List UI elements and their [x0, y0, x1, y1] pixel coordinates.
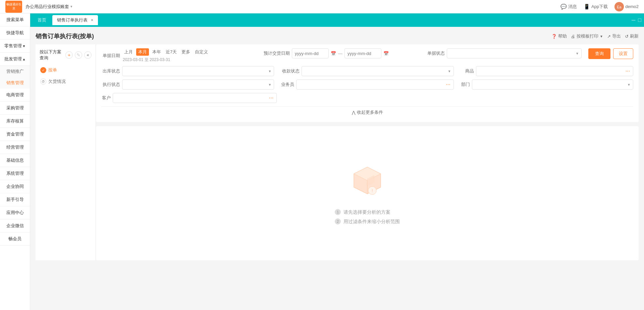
dept-select[interactable] [472, 80, 633, 90]
empty-illustration: ! [347, 160, 387, 201]
print-label: 按模板打印 [577, 33, 598, 39]
dept-label: 部门 [461, 82, 470, 88]
collapse-more-label: 收起更多条件 [357, 109, 383, 115]
exec-status-label: 执行状态 [101, 82, 120, 88]
tab-home[interactable]: 首页 [33, 15, 51, 25]
page-title: 销售订单执行表(按单) [36, 32, 94, 40]
sidebar-item-app-center[interactable]: 应用中心 [0, 206, 30, 219]
help-label: 帮助 [558, 33, 567, 39]
print-arrow-icon: ▼ [600, 35, 603, 38]
logo: 畅捷通好生意 [5, 1, 22, 13]
sidebar-item-newbie[interactable]: 新手引导 [0, 193, 30, 206]
tip-num-2: 2 [335, 218, 341, 224]
more-conditions-bar: ⋀ 收起更多条件 [101, 106, 633, 118]
date-separator: — [338, 51, 342, 56]
salesperson-dots-icon[interactable]: ··· [444, 82, 451, 88]
scheme-item-by-order[interactable]: ✓ 按单 [36, 64, 96, 76]
refresh-btn[interactable]: ↺ 刷新 [625, 33, 639, 39]
topbar-left: 畅捷通好生意 办公用品行业模拟账套 ▾ [5, 1, 72, 13]
tab-bar-right: ─ □ [632, 17, 641, 23]
tip-text-1: 请先选择要分析的方案 [343, 207, 390, 217]
scheme-item-shortage[interactable]: ⏱ 欠货情况 [36, 76, 96, 87]
exec-status-select-wrapper: ▼ [122, 80, 274, 90]
receipt-status-select-wrapper: ▼ [302, 66, 453, 76]
sidebar-item-inventory[interactable]: 库存核算 [0, 115, 30, 128]
app-download-label: App下载 [591, 4, 608, 10]
calendar-to-icon[interactable]: 📅 [383, 51, 389, 56]
app-download-btn[interactable]: 📱 App下载 [584, 4, 608, 10]
sidebar-item-retail[interactable]: 零售管理 ▼ [0, 40, 30, 53]
sidebar-item-member[interactable]: 畅会员 [0, 232, 30, 246]
export-icon: ↗ [607, 34, 611, 39]
edit-scheme-btn[interactable]: ✎ [75, 51, 82, 59]
sidebar-item-wholesale[interactable]: 批发管理 ▲ [0, 53, 30, 66]
tab-maximize-btn[interactable]: □ [638, 17, 641, 23]
date-custom-btn[interactable]: 自定义 [194, 48, 209, 56]
print-icon: 🖨 [571, 34, 575, 39]
sidebar-item-ecommerce[interactable]: 电商管理 [0, 89, 30, 102]
collapse-more-btn[interactable]: ⋀ 收起更多条件 [352, 109, 383, 115]
user-name: demo2 [625, 4, 639, 9]
sidebar-item-sales-mgmt[interactable]: 销售管理 [0, 77, 30, 89]
print-btn[interactable]: 🖨 按模板打印 ▼ [571, 33, 603, 39]
sidebar-item-search-menu[interactable]: 搜索菜单 [0, 13, 30, 27]
date-more-btn[interactable]: 更多 [180, 48, 192, 56]
tab-sales-exec[interactable]: 销售订单执行表 × [52, 15, 98, 25]
sidebar-item-operations[interactable]: 经营管理 [0, 141, 30, 154]
user-menu[interactable]: Ea demo2 [614, 2, 639, 11]
sidebar-item-basic-info[interactable]: 基础信息 [0, 154, 30, 167]
customer-input[interactable] [113, 93, 277, 103]
refresh-label: 刷新 [630, 33, 639, 39]
export-label: 导出 [612, 33, 621, 39]
tab-close-icon[interactable]: × [91, 18, 93, 22]
retail-arrow-icon: ▼ [22, 44, 26, 48]
salesperson-input[interactable] [296, 80, 453, 90]
scheme-item2-label: 欠货情况 [48, 79, 66, 85]
message-btn[interactable]: 💬 消息 [560, 4, 577, 10]
tab-sales-exec-label: 销售订单执行表 [57, 17, 88, 23]
delivery-status-select[interactable] [122, 66, 274, 76]
receipt-status-label: 收款状态 [281, 68, 300, 74]
sidebar-item-marketing[interactable]: 营销推广 [0, 66, 30, 77]
collapse-icon: ⋀ [352, 110, 356, 115]
sidebar-item-purchase[interactable]: 采购管理 [0, 102, 30, 115]
sidebar-item-finance[interactable]: 资金管理 [0, 128, 30, 141]
content-wrapper: 按以下方案查询 + ✎ « ✓ 按单 ⏱ 欠货情况 [36, 44, 639, 260]
avatar: Ea [614, 2, 624, 11]
sidebar-item-enterprise-wechat[interactable]: 企业微信 [0, 219, 30, 232]
tip-item-2: 2 用过滤条件来缩小分析范围 [335, 217, 400, 226]
search-button[interactable]: 查询 [588, 48, 610, 59]
date-this-month-btn[interactable]: 本月 [136, 48, 149, 56]
sidebar-item-system[interactable]: 系统管理 [0, 167, 30, 180]
date-last-month-btn[interactable]: 上月 [123, 48, 134, 56]
date-this-year-btn[interactable]: 本年 [151, 48, 162, 56]
collapse-panel-btn[interactable]: « [84, 51, 92, 59]
sidebar-item-quick-nav[interactable]: 快捷导航 [0, 27, 30, 40]
date-7days-btn[interactable]: 近7天 [164, 48, 178, 56]
tab-minimize-btn[interactable]: ─ [632, 17, 635, 23]
left-panel: 按以下方案查询 + ✎ « ✓ 按单 ⏱ 欠货情况 [36, 44, 96, 260]
sidebar-item-enterprise[interactable]: 企业协同 [0, 180, 30, 193]
scheme-item-icon: ✓ [40, 67, 46, 73]
export-btn[interactable]: ↗ 导出 [607, 33, 621, 39]
breadcrumb-selector[interactable]: 办公用品行业模拟账套 ▾ [25, 4, 72, 10]
receipt-status-select[interactable] [302, 66, 453, 76]
exec-status-select[interactable] [122, 80, 274, 90]
order-status-select[interactable] [447, 48, 582, 58]
svg-text:Ea: Ea [617, 5, 622, 9]
help-btn[interactable]: ❓ 帮助 [551, 33, 567, 39]
customer-dots-icon[interactable]: ··· [268, 95, 275, 101]
empty-tips: 1 请先选择要分析的方案 2 用过滤条件来缩小分析范围 [335, 207, 400, 226]
content-area: 首页 销售订单执行表 × ─ □ 销售订单执行表(按单) ❓ 帮助 [30, 13, 644, 310]
expected-date-from[interactable] [292, 48, 329, 58]
settings-button[interactable]: 设置 [613, 48, 633, 59]
goods-input[interactable] [476, 66, 633, 76]
breadcrumb-text: 办公用品行业模拟账套 [25, 4, 69, 10]
add-scheme-btn[interactable]: + [65, 51, 73, 59]
order-status-label: 单据状态 [426, 50, 445, 56]
expected-date-to[interactable] [344, 48, 381, 58]
sidebar-sub-wholesale: 营销推广 销售管理 [0, 66, 30, 89]
calendar-from-icon[interactable]: 📅 [331, 51, 336, 56]
empty-state: ! 1 请先选择要分析的方案 2 用过滤条件来缩小分析范围 [335, 134, 400, 253]
goods-dots-icon[interactable]: ··· [624, 68, 631, 74]
